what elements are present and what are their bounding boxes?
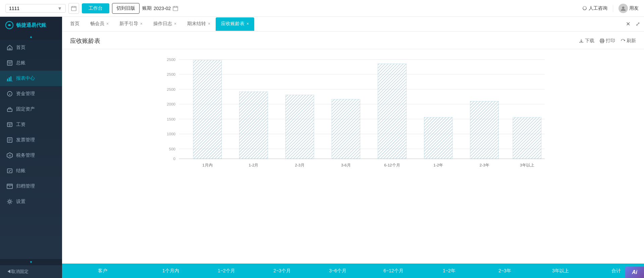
- table-header-2-3year: 2~3年: [477, 268, 533, 274]
- user-name: 用友: [629, 5, 639, 11]
- company-name: 1111: [9, 6, 19, 11]
- svg-rect-68: [470, 101, 499, 159]
- bar-chart: 2500 2500 2500 2000 1500 1000 500 0: [70, 56, 636, 177]
- sidebar-item-fund-label: 资金管理: [16, 91, 35, 97]
- svg-text:6-12个月: 6-12个月: [384, 163, 400, 167]
- sidebar-item-ledger[interactable]: 总账: [0, 55, 62, 71]
- scroll-down-btn[interactable]: ▼: [0, 259, 62, 265]
- close-tab-button[interactable]: ✕: [625, 19, 632, 28]
- tab-log[interactable]: 操作日志 ×: [148, 17, 182, 31]
- support-button[interactable]: 人工咨询: [582, 5, 607, 11]
- main-layout: 畅捷通易代账 ▲ 首页 总账: [0, 17, 644, 278]
- cancel-fixed-label: ◀取消固定: [7, 269, 29, 275]
- svg-rect-69: [513, 117, 541, 159]
- ai-badge[interactable]: Ai: [625, 267, 644, 278]
- chart-container: 2500 2500 2500 2000 1500 1000 500 0: [70, 56, 636, 177]
- tab-guide[interactable]: 新手引导 ×: [114, 17, 148, 31]
- content-area: 首页 畅会员 × 新手引导 × 操作日志 × 期末结转 × 应收账龄表 ×: [62, 17, 644, 278]
- download-button[interactable]: 下载: [579, 38, 594, 44]
- chevron-down-icon: ▼: [57, 6, 62, 11]
- tab-aging-report-close[interactable]: ×: [247, 21, 249, 26]
- page-actions: 下载 打印: [579, 38, 636, 44]
- svg-rect-62: [193, 60, 222, 159]
- chart-area: 2500 2500 2500 2000 1500 1000 500 0: [62, 49, 644, 264]
- print-button[interactable]: 打印: [600, 38, 615, 44]
- svg-rect-24: [7, 109, 12, 112]
- tab-member-close[interactable]: ×: [106, 21, 109, 26]
- svg-point-11: [622, 6, 625, 9]
- svg-rect-19: [9, 77, 10, 81]
- svg-rect-10: [586, 8, 587, 9]
- sidebar-item-report-label: 报表中心: [16, 75, 35, 81]
- svg-rect-66: [378, 64, 407, 159]
- svg-point-28: [9, 125, 10, 126]
- app-name: 畅捷通易代账: [16, 22, 46, 28]
- scroll-up-btn[interactable]: ▲: [0, 33, 62, 40]
- sidebar: 畅捷通易代账 ▲ 首页 总账: [0, 17, 62, 278]
- tab-guide-close[interactable]: ×: [140, 21, 143, 26]
- period-label: 账期: [142, 5, 152, 11]
- sidebar-item-ledger-label: 总账: [16, 60, 25, 66]
- sidebar-item-invoice[interactable]: 发票管理: [0, 132, 62, 148]
- svg-text:1月内: 1月内: [202, 163, 212, 167]
- tab-home[interactable]: 首页: [65, 17, 85, 31]
- invoice-icon: [7, 137, 13, 143]
- sidebar-item-tax[interactable]: 税 税务管理: [0, 148, 62, 163]
- sidebar-item-archive[interactable]: 归档管理: [0, 179, 62, 194]
- svg-text:2500: 2500: [167, 72, 175, 76]
- expand-tab-button[interactable]: ⤢: [634, 19, 641, 28]
- tab-member[interactable]: 畅会员 ×: [85, 17, 114, 31]
- tab-guide-label: 新手引导: [119, 21, 138, 27]
- svg-point-43: [603, 41, 604, 41]
- period-info: 账期 2023-02: [142, 5, 178, 11]
- sidebar-item-asset[interactable]: 固定资产: [0, 101, 62, 117]
- svg-text:2000: 2000: [167, 102, 175, 106]
- avatar: [619, 4, 628, 13]
- tax-icon: 税: [7, 152, 13, 158]
- tab-log-label: 操作日志: [153, 21, 172, 27]
- workspace-button[interactable]: 工作台: [82, 3, 109, 13]
- calendar-icon: [71, 6, 76, 11]
- user-icon: [621, 6, 626, 11]
- download-icon: [579, 39, 584, 43]
- sidebar-item-invoice-label: 发票管理: [16, 137, 35, 143]
- tab-home-label: 首页: [70, 21, 79, 27]
- calendar-icon-btn[interactable]: [68, 3, 79, 14]
- refresh-label: 刷新: [627, 38, 636, 44]
- print-icon: [600, 39, 604, 43]
- svg-text:3年以上: 3年以上: [520, 163, 534, 167]
- table-header-3year-plus: 3年以上: [533, 268, 588, 274]
- switch-version-button[interactable]: 切到旧版: [112, 3, 140, 14]
- table-header-6-12month: 6~12个月: [366, 268, 421, 274]
- svg-text:0: 0: [173, 156, 176, 161]
- support-label: 人工咨询: [589, 5, 607, 11]
- refresh-button[interactable]: 刷新: [621, 38, 636, 44]
- home-icon: [7, 45, 13, 51]
- svg-rect-20: [10, 76, 11, 81]
- tab-period-close[interactable]: 期末结转 ×: [182, 17, 216, 31]
- sidebar-item-settings-label: 设置: [16, 199, 25, 205]
- svg-text:1500: 1500: [167, 117, 175, 121]
- user-menu[interactable]: 用友: [619, 4, 639, 13]
- page-title: 应收账龄表: [70, 37, 100, 45]
- sidebar-item-report[interactable]: 报表中心: [0, 71, 62, 86]
- divider: [613, 5, 613, 12]
- table-header-1month: 1个月内: [143, 268, 199, 274]
- tab-log-close[interactable]: ×: [174, 21, 176, 26]
- svg-rect-18: [7, 79, 8, 81]
- tab-period-close-btn[interactable]: ×: [208, 21, 210, 26]
- svg-text:¥: ¥: [9, 93, 11, 96]
- sidebar-item-fund[interactable]: ¥ 资金管理: [0, 86, 62, 101]
- sidebar-item-home[interactable]: 首页: [0, 40, 62, 55]
- cancel-fixed-btn[interactable]: ◀取消固定: [0, 265, 62, 278]
- tab-aging-report[interactable]: 应收账龄表 ×: [216, 17, 254, 31]
- ledger-icon: [7, 60, 13, 66]
- table-header-3-6month: 3~6个月: [310, 268, 366, 274]
- sidebar-item-salary[interactable]: 工资: [0, 117, 62, 132]
- company-selector[interactable]: 1111 ▼: [5, 4, 66, 13]
- sidebar-item-settings[interactable]: 设置: [0, 194, 62, 209]
- table-header-customer: 客户: [62, 268, 143, 274]
- sidebar-item-close-account[interactable]: 结账: [0, 163, 62, 179]
- sidebar-item-archive-label: 归档管理: [16, 183, 35, 189]
- svg-rect-63: [239, 92, 268, 159]
